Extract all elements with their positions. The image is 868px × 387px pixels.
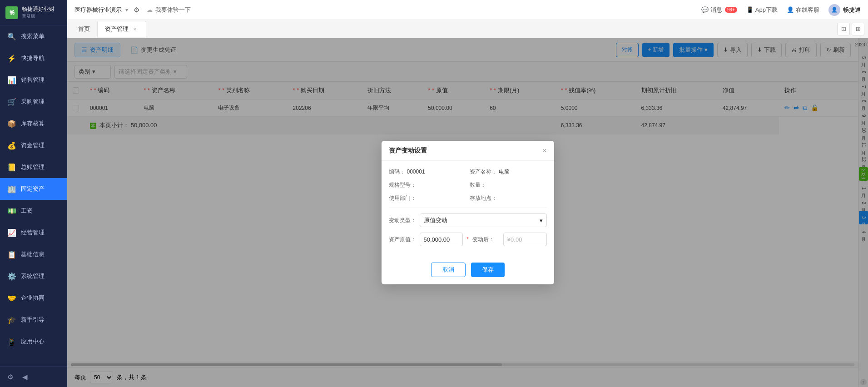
sidebar-logo: 畅 畅捷通好业财 普及版 <box>0 0 67 25</box>
system-icon: ⚙️ <box>7 272 16 281</box>
code-label: 编码： <box>389 168 405 176</box>
user-area[interactable]: 👤 畅捷通 <box>828 4 861 16</box>
sidebar-item-basic-info[interactable]: 📋 基础信息 <box>0 243 67 265</box>
original-value-input: 50,000.00 <box>420 233 463 246</box>
collapse-icon[interactable]: ◀ <box>22 373 28 381</box>
payroll-icon: 💵 <box>7 207 16 215</box>
ledger-icon: 📒 <box>7 163 16 172</box>
asset-name-label: 资产名称： <box>470 168 497 176</box>
basic-info-icon: 📋 <box>7 250 16 259</box>
tab-asset-label: 资产管理 <box>105 25 129 33</box>
topbar: 医疗器械行业演示 ▾ ⚙ ☁ 我要体验一下 💬 消息 99+ 📱 App下载 👤… <box>67 0 868 20</box>
fixed-assets-icon: 🏢 <box>7 185 16 194</box>
after-required-mark: * <box>466 236 469 243</box>
message-label: 消息 <box>710 6 722 14</box>
search-icon: 🔍 <box>7 32 16 41</box>
sidebar-item-system[interactable]: ⚙️ 系统管理 <box>0 265 67 287</box>
sidebar-item-fixed-assets[interactable]: 🏢 固定资产 <box>0 178 67 200</box>
sidebar: 畅 畅捷通好业财 普及版 🔍 搜索菜单 ⚡ 快捷导航 📊 销售管理 🛒 采购管理… <box>0 0 67 387</box>
change-type-value: 原值变动 <box>424 216 447 224</box>
sidebar-nav: 🔍 搜索菜单 ⚡ 快捷导航 📊 销售管理 🛒 采购管理 📦 库存核算 💰 资金管… <box>0 25 67 366</box>
after-placeholder: ¥0.00 <box>507 236 522 243</box>
logo-text: 畅捷通好业财 普及版 <box>22 5 55 20</box>
code-value: 000001 <box>407 169 425 175</box>
change-type-label: 变动类型： <box>389 217 416 224</box>
original-value-label: 资产原值： <box>389 236 416 243</box>
dialog-title: 资产变动设置 <box>389 147 543 155</box>
app-download-btn[interactable]: 📱 App下载 <box>746 6 778 14</box>
business-icon: 📈 <box>7 228 16 237</box>
tab-asset-management[interactable]: 资产管理 × <box>97 21 146 37</box>
change-type-select[interactable]: 原值变动 ▾ <box>420 213 547 227</box>
online-service-label: 在线客服 <box>796 6 819 14</box>
sidebar-item-search[interactable]: 🔍 搜索菜单 <box>0 25 67 47</box>
tab-maximize-btn[interactable]: ⊞ <box>852 23 864 35</box>
field-code: 编码： 000001 <box>389 168 466 176</box>
spec-label: 规格型号： <box>389 181 416 189</box>
dialog-divider <box>389 208 547 208</box>
sidebar-item-payroll[interactable]: 💵 工资 <box>0 200 67 222</box>
experience-area: ☁ 我要体验一下 <box>147 6 191 14</box>
sidebar-item-purchase[interactable]: 🛒 采购管理 <box>0 91 67 113</box>
field-location: 存放地点： <box>470 194 547 202</box>
sidebar-item-inventory[interactable]: 📦 库存核算 <box>0 113 67 134</box>
modal-overlay: 资产变动设置 × 编码： 000001 资产名称： 电脑 <box>67 38 868 387</box>
tab-close-icon[interactable]: × <box>131 25 139 33</box>
dialog-row-3: 使用部门： 存放地点： <box>389 194 547 202</box>
content-area: ☰ 资产明细 📄 变更生成凭证 对账 + 新增 批量操作 ▾ ⬇ <box>67 38 868 387</box>
app-download-label: App下载 <box>755 6 778 14</box>
form-row-original-value: 资产原值： 50,000.00 * 变动后： ¥0.00 <box>389 233 547 246</box>
save-button[interactable]: 保存 <box>471 263 505 277</box>
sidebar-item-ledger[interactable]: 📒 总账管理 <box>0 156 67 178</box>
sidebar-footer: ⚙ ◀ <box>0 366 67 387</box>
main-area: 医疗器械行业演示 ▾ ⚙ ☁ 我要体验一下 💬 消息 99+ 📱 App下载 👤… <box>67 0 868 387</box>
settings-footer-icon[interactable]: ⚙ <box>7 373 13 381</box>
sidebar-item-quick-nav[interactable]: ⚡ 快捷导航 <box>0 47 67 69</box>
location-label: 存放地点： <box>470 194 497 202</box>
quantity-label: 数量： <box>470 181 486 189</box>
purchase-icon: 🛒 <box>7 98 16 106</box>
dialog-footer: 取消 保存 <box>382 259 554 284</box>
message-badge: 99+ <box>725 7 737 13</box>
sales-icon: 📊 <box>7 76 16 84</box>
experience-label: 我要体验一下 <box>155 6 191 14</box>
app-download-icon: 📱 <box>746 6 754 13</box>
settings-icon[interactable]: ⚙ <box>134 6 139 14</box>
field-spec: 规格型号： <box>389 181 466 189</box>
service-icon: 👤 <box>787 6 794 13</box>
tabbar: 首页 资产管理 × ⊡ ⊞ <box>67 20 868 38</box>
app-name-arrow: ▾ <box>125 7 128 13</box>
logo-icon: 畅 <box>5 6 18 19</box>
field-dept: 使用部门： <box>389 194 466 202</box>
asset-name-value: 电脑 <box>499 168 510 176</box>
sidebar-item-guide[interactable]: 🎓 新手引导 <box>0 309 67 331</box>
enterprise-icon: 🤝 <box>7 294 16 303</box>
sidebar-item-enterprise[interactable]: 🤝 企业协同 <box>0 287 67 309</box>
dialog-row-2: 规格型号： 数量： <box>389 181 547 189</box>
dialog: 资产变动设置 × 编码： 000001 资产名称： 电脑 <box>382 141 554 284</box>
tab-home-label: 首页 <box>78 25 90 33</box>
capital-icon: 💰 <box>7 141 16 150</box>
tab-home[interactable]: 首页 <box>71 21 97 37</box>
dialog-header: 资产变动设置 × <box>382 141 554 161</box>
inventory-icon: 📦 <box>7 119 16 128</box>
sidebar-item-business[interactable]: 📈 经营管理 <box>0 222 67 243</box>
sidebar-item-capital[interactable]: 💰 资金管理 <box>0 134 67 156</box>
username-label: 畅捷通 <box>843 6 861 14</box>
sidebar-item-app-center[interactable]: 📱 应用中心 <box>0 331 67 352</box>
original-value-display: 50,000.00 <box>424 236 450 243</box>
change-type-arrow-icon: ▾ <box>540 217 543 224</box>
dialog-close-btn[interactable]: × <box>542 147 546 155</box>
message-btn[interactable]: 💬 消息 99+ <box>701 6 737 14</box>
online-service-btn[interactable]: 👤 在线客服 <box>787 6 819 14</box>
experience-icon: ☁ <box>147 6 153 13</box>
app-name: 医疗器械行业演示 <box>74 6 122 14</box>
cancel-button[interactable]: 取消 <box>431 263 466 277</box>
field-quantity: 数量： <box>470 181 547 189</box>
tab-restore-btn[interactable]: ⊡ <box>837 23 850 35</box>
form-row-change-type: 变动类型： 原值变动 ▾ <box>389 213 547 227</box>
dialog-body: 编码： 000001 资产名称： 电脑 规格型号： <box>382 161 554 259</box>
sidebar-item-sales[interactable]: 📊 销售管理 <box>0 69 67 91</box>
guide-icon: 🎓 <box>7 316 16 324</box>
after-value-input[interactable]: ¥0.00 <box>503 233 547 246</box>
